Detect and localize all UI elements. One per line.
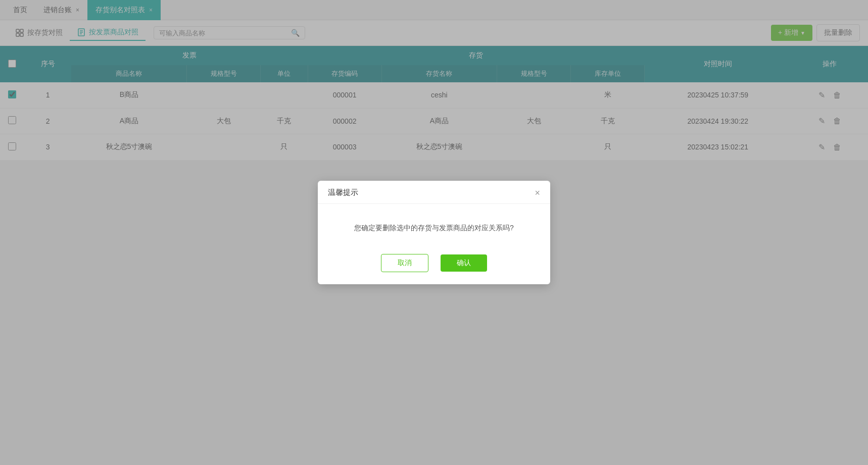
modal-overlay: 温馨提示 × 您确定要删除选中的存货与发票商品的对应关系吗? 取消 确认 — [0, 0, 868, 161]
